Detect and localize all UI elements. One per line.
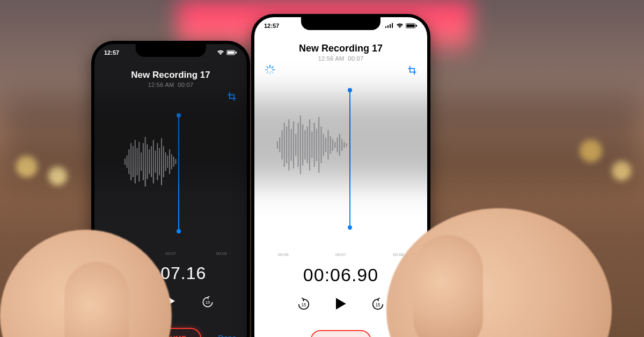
svg-line-45 (272, 67, 273, 68)
svg-rect-1 (228, 52, 235, 54)
elapsed-time: 00:06.90 (303, 265, 378, 285)
notch (301, 17, 380, 30)
svg-rect-33 (390, 24, 391, 28)
playback-controls: 15 15 (296, 295, 385, 313)
thumb-left (64, 262, 129, 337)
status-indicators (217, 50, 237, 55)
wifi-icon (396, 23, 404, 28)
bokeh-light (48, 166, 67, 185)
svg-line-44 (267, 71, 268, 73)
svg-rect-36 (407, 25, 415, 27)
time-ruler: 00:06 00:07 00:08 (254, 252, 427, 257)
battery-icon (226, 50, 237, 55)
scene-background: 12:57 New Recording 17 12:56 AM 00:07 (0, 0, 644, 337)
svg-text:15: 15 (301, 303, 306, 307)
svg-rect-31 (385, 26, 386, 28)
waveform (254, 101, 427, 189)
status-indicators (385, 23, 418, 28)
recording-meta: 12:56 AM 00:07 (318, 55, 364, 62)
skip-back-button[interactable]: 15 (296, 297, 311, 312)
loading-spinner-icon (264, 64, 276, 76)
signal-icon (385, 23, 394, 28)
svg-rect-34 (392, 23, 393, 28)
recording-meta: 12:56 AM 00:07 (148, 82, 194, 88)
bokeh-light (16, 156, 38, 177)
waveform (94, 124, 247, 199)
crop-icon[interactable] (407, 65, 418, 76)
crop-icon[interactable] (226, 91, 237, 102)
svg-rect-37 (416, 25, 417, 27)
notch (136, 44, 206, 57)
svg-rect-2 (236, 52, 237, 54)
recording-title[interactable]: New Recording 17 (299, 43, 383, 54)
done-button[interactable]: Done (218, 334, 236, 337)
bokeh-light (612, 161, 631, 180)
playhead[interactable] (178, 115, 179, 231)
status-time: 12:57 (264, 23, 279, 29)
recording-title[interactable]: New Recording 17 (131, 70, 210, 80)
skip-forward-button[interactable]: 15 (200, 295, 215, 310)
skip-forward-button[interactable]: 15 (370, 297, 385, 312)
svg-rect-32 (387, 25, 389, 28)
svg-line-42 (267, 67, 268, 68)
status-time: 12:57 (104, 49, 119, 56)
svg-line-43 (272, 71, 273, 73)
bokeh-light (580, 140, 602, 162)
svg-text:15: 15 (206, 300, 210, 305)
playhead[interactable] (349, 90, 350, 228)
waveform-area[interactable]: 00:06 00:07 00:08 (254, 83, 427, 259)
wifi-icon (217, 50, 224, 55)
resume-button[interactable]: RESUME (310, 330, 372, 338)
thumb-right (413, 235, 483, 337)
play-button[interactable] (332, 295, 350, 313)
svg-text:15: 15 (375, 303, 380, 307)
battery-icon (406, 23, 418, 28)
